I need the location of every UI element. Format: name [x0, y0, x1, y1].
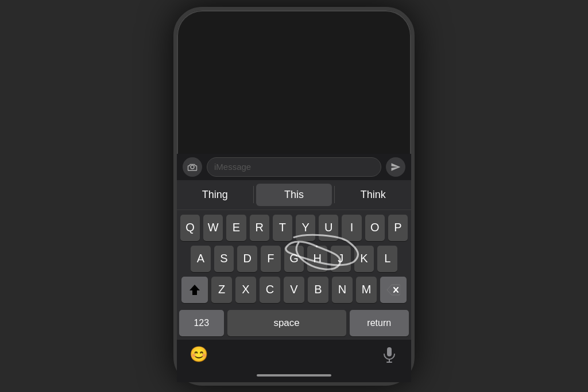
key-V[interactable]: V: [284, 277, 304, 303]
key-B[interactable]: B: [308, 277, 328, 303]
shift-key[interactable]: [181, 277, 208, 303]
delete-key[interactable]: [380, 277, 407, 303]
key-L[interactable]: L: [377, 246, 397, 272]
space-key[interactable]: space: [227, 310, 346, 336]
autocomplete-center[interactable]: This: [256, 184, 332, 206]
home-indicator: [177, 371, 411, 382]
top-bar: iMessage: [177, 154, 411, 180]
key-X[interactable]: X: [235, 277, 256, 303]
svg-marker-1: [189, 285, 200, 295]
key-M[interactable]: M: [356, 277, 377, 303]
phone-frame: iMessage Thing This Think QWER: [173, 7, 415, 386]
key-C[interactable]: C: [260, 277, 280, 303]
key-K[interactable]: K: [354, 246, 374, 272]
autocomplete-bar: Thing This Think: [177, 180, 411, 210]
send-button[interactable]: [386, 157, 405, 177]
svg-point-0: [191, 165, 194, 169]
key-S[interactable]: S: [214, 246, 234, 272]
key-H[interactable]: H: [307, 246, 327, 272]
autocomplete-left[interactable]: Thing: [177, 180, 253, 209]
key-Y[interactable]: Y: [296, 215, 315, 241]
key-D[interactable]: D: [237, 246, 257, 272]
autocomplete-divider-left: [253, 186, 254, 203]
key-W[interactable]: W: [203, 215, 223, 241]
keyboard-row-1: QWERTYUIOP: [179, 215, 409, 241]
key-O[interactable]: O: [365, 215, 385, 241]
delete-icon: [386, 284, 400, 296]
keyboard-row-3: ZXCVBNM: [179, 277, 409, 303]
message-input[interactable]: iMessage: [207, 157, 381, 177]
key-P[interactable]: P: [388, 215, 408, 241]
camera-button[interactable]: [183, 157, 202, 177]
key-G[interactable]: G: [284, 246, 304, 272]
key-Z[interactable]: Z: [211, 277, 232, 303]
key-F[interactable]: F: [261, 246, 281, 272]
key-A[interactable]: A: [191, 246, 211, 272]
autocomplete-right[interactable]: Think: [335, 180, 411, 209]
mic-button[interactable]: [379, 344, 400, 365]
keyboard-bottom-row: 123 space return: [177, 310, 411, 340]
message-placeholder: iMessage: [214, 162, 251, 172]
key-R[interactable]: R: [250, 215, 269, 241]
key-E[interactable]: E: [226, 215, 246, 241]
key-J[interactable]: J: [331, 246, 351, 272]
emoji-button[interactable]: 😊: [188, 344, 209, 365]
numbers-key[interactable]: 123: [179, 310, 224, 336]
key-T[interactable]: T: [273, 215, 292, 241]
home-bar: [257, 374, 331, 377]
shift-arrow-icon: [188, 284, 201, 296]
key-Q[interactable]: Q: [180, 215, 200, 241]
key-N[interactable]: N: [332, 277, 353, 303]
key-U[interactable]: U: [319, 215, 338, 241]
keyboard-row-2: ASDFGHJKL: [179, 246, 409, 272]
extra-bar: 😊: [177, 340, 411, 371]
svg-rect-4: [387, 347, 392, 356]
key-I[interactable]: I: [342, 215, 361, 241]
keyboard: QWERTYUIOP ASDFGHJKL ZXCVBNM: [177, 210, 411, 310]
return-key[interactable]: return: [350, 310, 409, 336]
